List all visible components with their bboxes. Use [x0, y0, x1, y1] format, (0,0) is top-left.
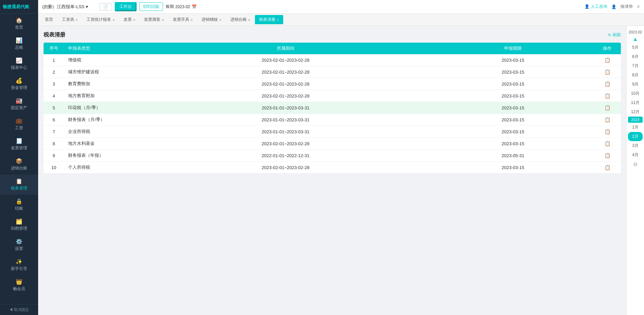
sidebar-item-settings[interactable]: ⚙️ 设置	[0, 235, 38, 255]
action-edit-icon[interactable]: 📋	[605, 57, 610, 63]
sidebar: 畅捷通易代账 🏠 首页 📊 总账 📈 报表中心 💰 资金管理 🏭 固定资产 💼 …	[0, 0, 38, 315]
cell-action: 📋	[594, 150, 621, 162]
sidebar-item-tax[interactable]: 📋 税务管理	[0, 175, 38, 195]
right-panel-month-11[interactable]: 11月	[628, 98, 643, 107]
cell-no: 4	[44, 90, 64, 102]
sidebar-label-ledger: 总账	[15, 45, 23, 50]
action-edit-icon[interactable]: 📋	[605, 105, 610, 110]
company-selector[interactable]: (勿删）江西报单-LSS ▾	[42, 4, 97, 10]
right-panel-month-7[interactable]: 7月	[628, 61, 643, 71]
right-panel-month-8[interactable]: 8月	[628, 71, 643, 80]
sidebar-unpin-button[interactable]: ◀ 取消固定	[0, 304, 38, 315]
table-row: 6 财务报表（月/季） 2023-01-01~2023-03-31 2023-0…	[44, 114, 621, 126]
table-row: 8 地方水利基金 2023-02-01~2023-02-28 2023-03-1…	[44, 138, 621, 150]
tab-invoice[interactable]: 发票 ×	[119, 15, 139, 24]
sidebar-label-salary: 工资	[15, 125, 23, 131]
sidebar-item-close[interactable]: 🔒 结账	[0, 195, 38, 215]
sidebar-item-ledger[interactable]: 📊 总账	[0, 34, 38, 54]
copy-button[interactable]: 📄	[99, 3, 112, 11]
action-edit-icon[interactable]: 📋	[605, 117, 610, 122]
sidebar-item-fixed[interactable]: 🏭 固定资产	[0, 94, 38, 114]
action-edit-icon[interactable]: 📋	[605, 81, 610, 87]
tab-home-label: 首页	[45, 17, 53, 22]
right-panel-collapse-button[interactable]: ⊖	[633, 161, 638, 167]
cell-type: 印花税（月/季）	[64, 102, 139, 114]
tab-salary[interactable]: 工资表 ×	[58, 15, 82, 24]
tab-invoice-check-label: 发票测算	[144, 17, 160, 22]
right-panel-month-6[interactable]: 6月	[628, 52, 643, 61]
content-main: 税表清册 ↻ 刷新 序号 申报表类型 所属期间 申报期限 操作	[38, 26, 626, 315]
cell-deadline: 2023-03-15	[432, 66, 594, 78]
sidebar-label-guide: 新手引导	[11, 266, 27, 272]
period-value: 2023-02	[175, 4, 190, 9]
sidebar-item-report[interactable]: 📈 报表中心	[0, 54, 38, 74]
report-icon: 📈	[16, 57, 22, 64]
tab-stock-ledger[interactable]: 进销台账 ×	[226, 15, 254, 24]
right-panel-month-3[interactable]: 3月	[628, 141, 643, 150]
right-panel-month-5[interactable]: 5月	[628, 43, 643, 52]
tab-invoice-check-close[interactable]: ×	[162, 18, 164, 22]
sidebar-item-home[interactable]: 🏠 首页	[0, 14, 38, 34]
cell-deadline: 2023-03-15	[432, 126, 594, 138]
cell-period: 2023-02-01~2023-02-28	[139, 162, 432, 174]
tab-invoice-open-close[interactable]: ×	[191, 18, 193, 22]
tab-stock-ledger-close[interactable]: ×	[248, 18, 250, 22]
action-edit-icon[interactable]: 📋	[605, 129, 610, 134]
right-panel-year-2023[interactable]: 2023	[628, 117, 643, 123]
cell-deadline: 2023-03-15	[432, 162, 594, 174]
tab-invoice-open[interactable]: 发票开具 ×	[169, 15, 197, 24]
close-ledger-icon: 🔒	[16, 198, 22, 205]
action-edit-icon[interactable]: 📋	[605, 153, 610, 158]
tab-tax-list-label: 税表清册	[259, 17, 275, 22]
tab-tax-list[interactable]: 税表清册 ×	[255, 15, 283, 24]
col-period: 所属期间	[139, 43, 432, 54]
tab-salary-close[interactable]: ×	[76, 18, 78, 22]
sidebar-item-archive[interactable]: 🗂️ 归档管理	[0, 215, 38, 235]
page-header: 税表清册 ↻ 刷新	[44, 31, 621, 39]
ledger-icon: 📊	[16, 37, 22, 44]
right-panel-month-12[interactable]: 12月	[628, 107, 643, 117]
sidebar-item-fund[interactable]: 💰 资金管理	[0, 74, 38, 94]
close-window-button[interactable]: ×	[637, 4, 640, 10]
col-deadline: 申报期限	[432, 43, 594, 54]
action-edit-icon[interactable]: 📋	[605, 141, 610, 146]
right-panel-up-button[interactable]: ▲	[632, 35, 639, 43]
switch-old-button[interactable]: 切到旧版	[139, 2, 163, 11]
sidebar-item-invoice[interactable]: 🧾 发票管理	[0, 134, 38, 154]
tab-stock-check[interactable]: 进销稽核 ×	[197, 15, 225, 24]
sidebar-item-stock[interactable]: 📦 进销台账	[0, 154, 38, 175]
sidebar-item-member[interactable]: 👑 畅会员	[0, 275, 38, 295]
table-row: 2 城市维护建设税 2023-02-01~2023-02-28 2023-03-…	[44, 66, 621, 78]
tab-home[interactable]: 首页	[41, 15, 57, 24]
sidebar-label-close: 结账	[15, 206, 23, 211]
tab-salary-report-close[interactable]: ×	[112, 18, 114, 22]
cell-no: 6	[44, 114, 64, 126]
table-row: 5 印花税（月/季） 2023-01-01~2023-03-31 2023-03…	[44, 102, 621, 114]
cell-no: 10	[44, 162, 64, 174]
tab-stock-check-close[interactable]: ×	[219, 18, 221, 22]
tab-tax-list-close[interactable]: ×	[277, 18, 279, 22]
action-edit-icon[interactable]: 📋	[605, 165, 610, 170]
action-edit-icon[interactable]: 📋	[605, 93, 610, 99]
cell-no: 2	[44, 66, 64, 78]
cell-type: 财务报表（年报）	[64, 150, 139, 162]
action-edit-icon[interactable]: 📋	[605, 69, 610, 75]
right-panel-month-2[interactable]: 2月	[628, 132, 643, 141]
tab-invoice-check[interactable]: 发票测算 ×	[140, 15, 168, 24]
cell-no: 3	[44, 78, 64, 90]
cell-deadline: 2023-05-31	[432, 150, 594, 162]
tab-invoice-close[interactable]: ×	[133, 18, 135, 22]
right-panel-month-10[interactable]: 10月	[628, 89, 643, 98]
sidebar-item-salary[interactable]: 💼 工资	[0, 114, 38, 134]
human-consult-button[interactable]: 👤 人工咨询	[584, 4, 607, 10]
sidebar-item-guide[interactable]: ✨ 新手引导	[0, 255, 38, 275]
cell-action: 📋	[594, 126, 621, 138]
calendar-icon[interactable]: 📅	[192, 4, 197, 9]
cell-type: 城市维护建设税	[64, 66, 139, 78]
workspace-button[interactable]: 工作台	[115, 2, 136, 11]
refresh-button[interactable]: ↻ 刷新	[608, 32, 621, 38]
right-panel-month-1[interactable]: 1月	[628, 123, 643, 132]
right-panel-month-4[interactable]: 4月	[628, 150, 643, 160]
tab-salary-report[interactable]: 工资统计报表 ×	[82, 15, 118, 24]
right-panel-month-9[interactable]: 9月	[628, 80, 643, 89]
